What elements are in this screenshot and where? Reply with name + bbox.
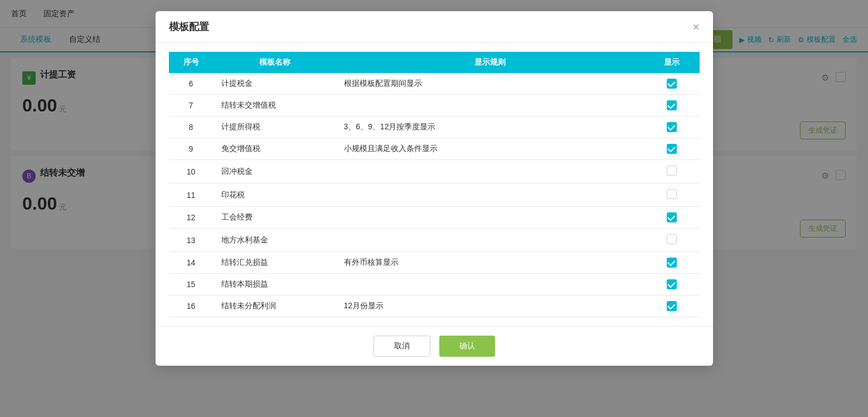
cell-row-id: 9	[169, 138, 214, 160]
cell-row-rule: 有外币核算显示	[336, 252, 644, 274]
cell-row-check[interactable]	[644, 95, 700, 117]
table-row: 13地方水利基金	[169, 229, 700, 252]
cell-row-id: 14	[169, 252, 214, 274]
modal-header: 模板配置 ×	[156, 11, 713, 43]
cell-row-name: 结转未交增值税	[214, 95, 336, 117]
cell-row-id: 8	[169, 117, 214, 138]
cell-row-rule	[336, 160, 644, 183]
cancel-button[interactable]: 取消	[374, 336, 430, 357]
cell-row-rule: 根据模板配置期间显示	[336, 73, 644, 95]
table-row: 7结转未交增值税	[169, 95, 700, 117]
table-wrapper[interactable]: 序号 模板名称 显示规则 显示 6计提税金根据模板配置期间显示7结转未交增值税8…	[169, 52, 700, 317]
table-row: 12工会经费	[169, 207, 700, 229]
cell-row-rule	[336, 183, 644, 207]
cell-row-name: 地方水利基金	[214, 229, 336, 252]
table-row: 15结转本期损益	[169, 274, 700, 295]
checkbox-checked[interactable]	[667, 79, 677, 89]
checkbox-checked[interactable]	[667, 144, 677, 154]
cell-row-rule: 3、6、9、12月按季度显示	[336, 117, 644, 138]
modal-body: 序号 模板名称 显示规则 显示 6计提税金根据模板配置期间显示7结转未交增值税8…	[156, 43, 713, 326]
cell-row-rule	[336, 274, 644, 295]
cell-row-rule	[336, 95, 644, 117]
cell-row-rule: 小规模且满足收入条件显示	[336, 138, 644, 160]
modal-footer: 取消 确认	[156, 326, 713, 366]
table-row: 9免交增值税小规模且满足收入条件显示	[169, 138, 700, 160]
checkbox-unchecked[interactable]	[667, 166, 677, 176]
cell-row-rule	[336, 207, 644, 229]
table-header-row: 序号 模板名称 显示规则 显示	[169, 52, 700, 73]
cell-row-rule	[336, 229, 644, 252]
cell-row-id: 6	[169, 73, 214, 95]
table-row: 16结转未分配利润12月份显示	[169, 295, 700, 317]
cell-row-name: 免交增值税	[214, 138, 336, 160]
checkbox-checked[interactable]	[667, 301, 677, 311]
cell-row-check[interactable]	[644, 117, 700, 138]
modal-title: 模板配置	[169, 20, 209, 33]
col-header-rule: 显示规则	[336, 52, 644, 73]
cell-row-check[interactable]	[644, 160, 700, 183]
cell-row-name: 计提所得税	[214, 117, 336, 138]
checkbox-checked[interactable]	[667, 122, 677, 132]
cell-row-id: 11	[169, 183, 214, 207]
modal-overlay: 模板配置 × 序号 模板名称 显示规则 显示 6计提税金根据模板配置期间显	[0, 0, 868, 417]
cell-row-check[interactable]	[644, 73, 700, 95]
checkbox-checked[interactable]	[667, 212, 677, 222]
cell-row-name: 工会经费	[214, 207, 336, 229]
cell-row-rule: 12月份显示	[336, 295, 644, 317]
cell-row-check[interactable]	[644, 295, 700, 317]
cell-row-name: 印花税	[214, 183, 336, 207]
table-row: 8计提所得税3、6、9、12月按季度显示	[169, 117, 700, 138]
cell-row-name: 结转本期损益	[214, 274, 336, 295]
cell-row-check[interactable]	[644, 138, 700, 160]
modal-template-config: 模板配置 × 序号 模板名称 显示规则 显示 6计提税金根据模板配置期间显	[156, 11, 713, 366]
table-row: 10回冲税金	[169, 160, 700, 183]
template-table: 序号 模板名称 显示规则 显示 6计提税金根据模板配置期间显示7结转未交增值税8…	[169, 52, 700, 317]
checkbox-unchecked[interactable]	[667, 189, 677, 199]
cell-row-id: 13	[169, 229, 214, 252]
cell-row-id: 10	[169, 160, 214, 183]
checkbox-checked[interactable]	[667, 100, 677, 110]
confirm-button[interactable]: 确认	[439, 336, 495, 357]
cell-row-id: 16	[169, 295, 214, 317]
cell-row-id: 15	[169, 274, 214, 295]
cell-row-check[interactable]	[644, 274, 700, 295]
col-header-name: 模板名称	[214, 52, 336, 73]
cell-row-name: 结转汇兑损益	[214, 252, 336, 274]
cell-row-id: 7	[169, 95, 214, 117]
table-row: 14结转汇兑损益有外币核算显示	[169, 252, 700, 274]
table-row: 11印花税	[169, 183, 700, 207]
modal-close-button[interactable]: ×	[693, 21, 700, 32]
cell-row-check[interactable]	[644, 252, 700, 274]
cell-row-check[interactable]	[644, 183, 700, 207]
checkbox-checked[interactable]	[667, 258, 677, 268]
table-row: 6计提税金根据模板配置期间显示	[169, 73, 700, 95]
cell-row-name: 回冲税金	[214, 160, 336, 183]
cell-row-check[interactable]	[644, 229, 700, 252]
cell-row-check[interactable]	[644, 207, 700, 229]
checkbox-checked[interactable]	[667, 279, 677, 289]
checkbox-unchecked[interactable]	[667, 234, 677, 244]
col-header-show: 显示	[644, 52, 700, 73]
col-header-id: 序号	[169, 52, 214, 73]
cell-row-id: 12	[169, 207, 214, 229]
cell-row-name: 计提税金	[214, 73, 336, 95]
cell-row-name: 结转未分配利润	[214, 295, 336, 317]
